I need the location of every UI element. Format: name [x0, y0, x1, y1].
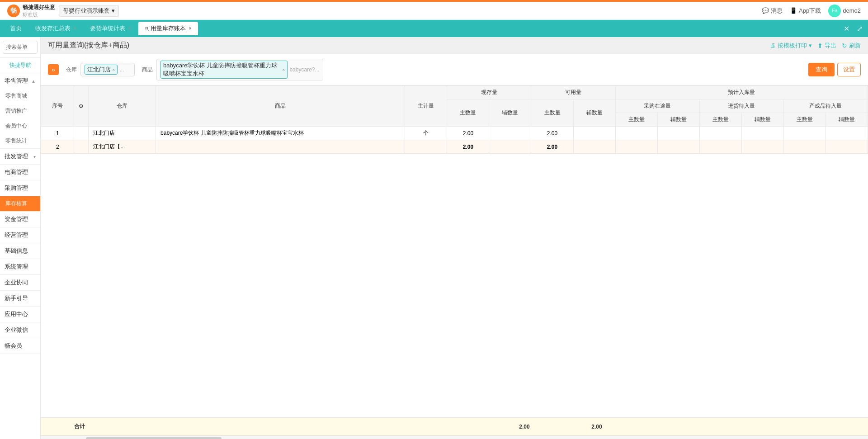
print-template-btn[interactable]: 🖨 按模板打印 ▾: [770, 42, 812, 50]
col-expected-in-group: 预计入库量: [615, 86, 868, 99]
row2-import-main: [699, 140, 741, 154]
sidebar-enterprise-wechat-header[interactable]: 企业微信: [0, 322, 40, 338]
sidebar-operations-header[interactable]: 经营管理: [0, 227, 40, 243]
footer-purchase-aux: [687, 420, 723, 433]
col-main-unit: 主计量: [405, 86, 447, 127]
row1-production-main: [783, 127, 826, 140]
warehouse-tag-remove[interactable]: ×: [112, 67, 115, 72]
col-current-main: 主数量: [447, 99, 489, 127]
product-tag-remove[interactable]: ×: [282, 67, 285, 72]
refresh-btn[interactable]: ↻ 刷新: [842, 42, 861, 50]
print-icon: 🖨: [770, 42, 776, 49]
tab-receive-pay-close[interactable]: ×: [73, 25, 76, 32]
row2-unit: [405, 140, 447, 154]
tab-receive-pay[interactable]: 收发存汇总表 ×: [29, 22, 83, 35]
col-current-stock-group: 现存量: [447, 86, 531, 99]
product-tag-text: babycare学饮杯 儿童防摔防撞吸管杯重力球吸嘴杯宝宝水杯: [163, 61, 281, 78]
product-filter-group: 商品 babycare学饮杯 儿童防摔防撞吸管杯重力球吸嘴杯宝宝水杯 × bab…: [142, 59, 323, 80]
footer-empty2: [55, 420, 70, 433]
sidebar: 搜索菜单 快捷导航 零售管理 ▲ 零售商城 营销推广 会员中心 零售统计 批发管…: [0, 37, 41, 439]
row2-avail-main: 2.00: [531, 140, 573, 154]
message-icon: 💬: [762, 7, 769, 14]
refresh-label: 刷新: [849, 42, 861, 50]
query-btn[interactable]: 查询: [808, 63, 835, 76]
row1-avail-aux: [573, 127, 615, 140]
user-area[interactable]: Ea demo2: [828, 5, 861, 17]
sidebar-finance-header[interactable]: 资金管理: [0, 212, 40, 227]
quick-nav-btn[interactable]: 快捷导航: [0, 58, 40, 73]
sidebar-section-enterprise-wechat: 企业微信: [0, 322, 40, 338]
sidebar-section-newbie: 新手引导: [0, 291, 40, 307]
col-purchase-aux: 辅数量: [657, 113, 699, 127]
product-filter-value[interactable]: babycare学饮杯 儿童防摔防撞吸管杯重力球吸嘴杯宝宝水杯 × babyca…: [156, 59, 323, 80]
retail-arrow-icon: ▲: [31, 79, 36, 84]
sidebar-newbie-header[interactable]: 新手引导: [0, 291, 40, 306]
refresh-icon: ↻: [842, 42, 847, 49]
col-warehouse: 仓库: [89, 86, 156, 127]
col-settings[interactable]: ⚙: [74, 86, 89, 127]
app-download-btn[interactable]: 📱 App下载: [790, 7, 821, 15]
row2-current-main: 2.00: [447, 140, 489, 154]
row1-current-aux: [489, 127, 531, 140]
sidebar-item-inventory[interactable]: 库存核算: [0, 196, 40, 211]
footer-table: 合计 2.00 2.00: [41, 420, 868, 433]
col-production-group: 产成品待入量: [783, 99, 868, 113]
sidebar-section-enterprise: 企业协同: [0, 275, 40, 291]
row2-purchase-aux: [657, 140, 699, 154]
sidebar-enterprise-header[interactable]: 企业协同: [0, 275, 40, 290]
footer-avail-main: 2.00: [579, 420, 615, 433]
horizontal-scrollbar[interactable]: [86, 437, 222, 439]
tab-order-stats-close[interactable]: ×: [128, 25, 131, 32]
username: demo2: [843, 7, 861, 14]
col-purchase-main: 主数量: [615, 113, 657, 127]
logo-icon: 畅: [7, 5, 20, 17]
sidebar-item-retail-stats[interactable]: 零售统计: [0, 133, 40, 148]
footer-production-aux: [832, 420, 868, 433]
avatar: Ea: [828, 5, 841, 17]
close-all-tabs-btn[interactable]: ✕: [842, 23, 851, 35]
sidebar-system-header[interactable]: 系统管理: [0, 259, 40, 274]
footer-empty1: [41, 420, 55, 433]
warehouse-filter-value[interactable]: 江北门店 × ...: [80, 63, 135, 76]
sidebar-ecommerce-header[interactable]: 电商管理: [0, 165, 40, 180]
filter-toggle-btn[interactable]: »: [48, 64, 59, 75]
industry-selector[interactable]: 母婴行业演示账套 ▾: [59, 5, 119, 17]
sidebar-purchase-header[interactable]: 采购管理: [0, 180, 40, 196]
message-btn[interactable]: 💬 消息: [762, 7, 783, 15]
footer-purchase-main: [651, 420, 687, 433]
tab-available-inventory[interactable]: 可用量库存账本 ×: [138, 22, 198, 35]
sidebar-search-area: 搜索菜单: [0, 37, 40, 58]
sidebar-item-marketing[interactable]: 营销推广: [0, 104, 40, 118]
warehouse-ellipsis[interactable]: ...: [119, 66, 124, 73]
product-ellipsis[interactable]: babycare?...: [289, 66, 319, 73]
row1-warehouse: 江北门店: [89, 127, 156, 140]
sidebar-vip-header[interactable]: 畅会员: [0, 338, 40, 354]
row2-current-aux: [489, 140, 531, 154]
sidebar-retail-header[interactable]: 零售管理 ▲: [0, 73, 40, 89]
logo-area[interactable]: 畅 畅捷通好生意 标准版: [7, 4, 55, 18]
search-menu-btn[interactable]: 搜索菜单: [3, 41, 38, 54]
tab-order-stats[interactable]: 要货单统计表 ×: [84, 22, 137, 35]
tab-available-inventory-close[interactable]: ×: [189, 25, 192, 32]
tab-available-inventory-label: 可用量库存账本: [145, 24, 186, 33]
col-import-main: 主数量: [699, 113, 741, 127]
expand-btn[interactable]: ⤢: [855, 23, 864, 35]
sidebar-section-retail: 零售管理 ▲ 零售商城 营销推广 会员中心 零售统计: [0, 73, 40, 149]
print-label: 按模板打印: [778, 42, 807, 50]
col-avail-aux: 辅数量: [573, 99, 615, 127]
footer-empty3: [124, 420, 479, 433]
tab-home[interactable]: 首页: [4, 22, 28, 35]
app-download-icon: 📱: [790, 7, 797, 14]
sidebar-wholesale-header[interactable]: 批发管理 ▾: [0, 149, 40, 164]
sidebar-item-members[interactable]: 会员中心: [0, 118, 40, 133]
sidebar-item-retail-shop[interactable]: 零售商城: [0, 89, 40, 104]
row1-settings: [74, 127, 89, 140]
sidebar-basic-header[interactable]: 基础信息: [0, 243, 40, 259]
export-btn[interactable]: ⬆ 导出: [817, 42, 836, 50]
top-bar-right: 💬 消息 📱 App下载 Ea demo2: [762, 5, 861, 17]
settings-btn[interactable]: 设置: [837, 63, 861, 76]
col-no: 序号: [41, 86, 74, 127]
sidebar-app-center-header[interactable]: 应用中心: [0, 307, 40, 322]
content-area: 可用量查询(按仓库+商品) 🖨 按模板打印 ▾ ⬆ 导出 ↻ 刷新 »: [41, 37, 868, 439]
wholesale-arrow-icon: ▾: [33, 154, 36, 159]
